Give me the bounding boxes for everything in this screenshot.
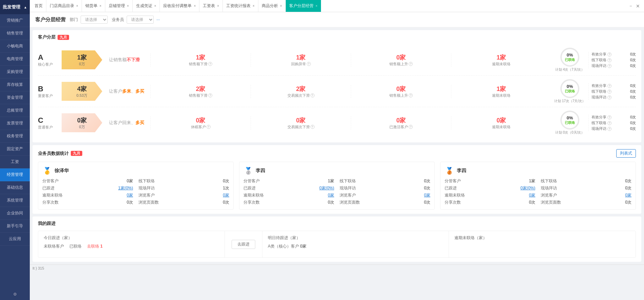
info-icon3[interactable]: ? [409,93,413,97]
window-close-icon[interactable]: ✕ [636,3,640,9]
biz-stat-val[interactable]: 0家 [424,192,430,198]
tab-close-1[interactable]: × [76,4,78,8]
sidebar-item-2[interactable]: 小畅电商 [0,40,30,53]
info-icon[interactable]: ? [208,62,212,66]
tier-stat-salesdown-C[interactable]: 0家 休眠客户 ? [150,116,251,130]
tier-stat-salesdown-num: 1家 [196,53,205,62]
info-icon3[interactable]: ? [409,62,413,66]
biz-stat-row: 分管客户 1家 [445,178,535,184]
tier-stat-salesup-B[interactable]: 0家 销售额上升 ? [351,85,451,98]
window-minimize-icon[interactable]: － [628,3,633,9]
biz-stat-val[interactable]: 0家(0%) [319,185,334,191]
sidebar-item-17[interactable]: 云应用 [0,233,30,246]
sidebar-item-5[interactable]: 库存核算 [0,78,30,91]
tab-close-2[interactable]: × [100,4,102,8]
info-icon2[interactable]: ? [307,62,311,66]
info-side-icon[interactable]: ? [607,121,611,125]
tier-stat-overdue-B[interactable]: 1家 逾期未联络 [451,85,551,98]
followup-grid: 今日跟进（家） 未联络客户 已联络 去联络 1 去跟进 明日待跟进（家） A类（… [38,231,636,258]
info-icon2[interactable]: ? [310,125,315,129]
staff-select[interactable]: 请选择 [127,16,154,24]
tab-close-3[interactable]: × [127,4,129,8]
tier-stat-repurchase-A[interactable]: 1家 回购异常 ? [251,53,351,67]
tab-2[interactable]: 销货单× [82,0,105,12]
sidebar-item-6[interactable]: 资金管理 [0,91,30,104]
medal-icon-1: 🥈 [243,166,253,176]
sidebar-item-15[interactable]: 企业协同 [0,207,30,220]
info-icon2[interactable]: ? [310,93,315,97]
tier-stat-salesup-label: 销售额上升 ? [389,62,413,67]
sidebar-item-1[interactable]: 销售管理 [0,27,30,40]
biz-stat-val[interactable]: 0家(0%) [520,185,535,191]
biz-stat-val[interactable]: 1家(0%) [118,185,133,191]
sidebar-item-10[interactable]: 固定资产 [0,143,30,156]
circle-plan: 计划 17次（7天/次） [554,99,585,103]
tab-7[interactable]: 工资统计报表× [223,0,258,12]
tab-8[interactable]: 商品分析× [258,0,286,12]
sidebar-item-3[interactable]: 电商管理 [0,53,30,66]
tier-stat-overdue-A[interactable]: 1家 逾期未联络 [451,53,551,67]
tier-stat-overdue-C[interactable]: 0家 逾期未联络 [451,116,551,130]
biz-stat-val[interactable]: 0家 [625,192,631,198]
tab-6[interactable]: 工资表× [199,0,223,12]
sidebar-item-14[interactable]: 系统管理 [0,194,30,207]
tier-stat-salesdown-B[interactable]: 2家 销售额下滑 ? [150,85,251,98]
side-stat-label: 现场拜访 ? [592,126,611,131]
biz-stat-val[interactable]: 0家 [529,192,535,198]
info-icon[interactable]: ? [208,93,212,97]
info-side-icon[interactable]: ? [607,90,611,94]
tier-stat-salesdown-A[interactable]: 1家 销售额下滑 ? [150,53,251,67]
tab-close-5[interactable]: × [194,4,196,8]
tab-9[interactable]: 客户分层经营× [286,0,321,12]
tab-close-9[interactable]: × [316,4,318,8]
tab-5[interactable]: 应收应付调整单× [160,0,199,12]
sidebar-item-11[interactable]: 工资 [0,156,30,168]
info-side-icon[interactable]: ? [607,58,611,62]
tier-stat-repurchase-B[interactable]: 2家 交易频次下滑 ? [251,85,351,98]
info-side-icon[interactable]: ? [607,127,611,131]
dept-select[interactable]: 请选择 [81,16,108,24]
info-side-icon[interactable]: ? [607,115,611,119]
sidebar-settings[interactable]: ⚙ [0,289,30,300]
info-side-icon[interactable]: ? [607,84,611,88]
biz-stat-val[interactable]: 0家 [223,192,229,198]
biz-stat-val: 0次 [328,200,334,205]
tab-close-6[interactable]: × [217,4,219,8]
sidebar-item-8[interactable]: 发票管理 [0,117,30,130]
info-icon[interactable]: ? [207,125,211,129]
tab-close-4[interactable]: × [154,4,156,8]
biz-stat-val[interactable]: 0家 [328,192,334,198]
tier-stat-salesup-C[interactable]: 0家 已激活客户 ? [351,116,451,130]
medal-icon-0: 🥇 [42,166,52,176]
tab-0[interactable]: 首页 [31,0,46,12]
tab-close-7[interactable]: × [253,4,255,8]
tier-count-area-C: 0家 0万 [62,113,102,132]
info-side-icon[interactable]: ? [607,52,611,56]
tab-label-6: 工资表 [203,3,215,9]
sidebar-item-9[interactable]: 税务管理 [0,130,30,143]
list-view-button[interactable]: 列表式 [616,149,636,158]
info-icon3[interactable]: ? [409,125,413,129]
sidebar-item-0[interactable]: 营销推广 [0,14,30,27]
biz-stat-val[interactable]: 0家 [127,192,133,198]
sidebar-item-16[interactable]: 新手引导 [0,220,30,233]
tab-4[interactable]: 生成凭证× [133,0,160,12]
info-side-icon[interactable]: ? [607,64,611,68]
sidebar-item-7[interactable]: 总账管理 [0,104,30,117]
sidebar-item-4[interactable]: 采购管理 [0,66,30,78]
tab-close-8[interactable]: × [280,4,282,8]
tab-1[interactable]: 门店商品目录× [46,0,82,12]
biz-stat-row: 分管客户 0家 [42,178,133,184]
customer-tier-section: 客户分层 九月 A 核心客户 1家 0万 让销售额不下滑 1家 销售额下滑 ? … [33,30,641,142]
tier-stat-repurchase-C[interactable]: 0家 交易频次下滑 ? [251,116,351,130]
tab-3[interactable]: 店铺管理× [105,0,133,12]
sidebar-header[interactable]: 批发管理 ▲ [0,0,30,14]
sidebar-item-12[interactable]: 经营管理 [0,168,30,181]
biz-title-group: 业务员数据统计 九月 [38,151,82,157]
goto-followup-button[interactable]: 去跟进 [232,240,255,249]
side-stat-val: 0次 [630,95,636,100]
tier-stat-salesup-A[interactable]: 0家 销售额上升 ? [351,53,451,67]
info-side-icon[interactable]: ? [607,95,611,99]
sidebar-item-13[interactable]: 基础信息 [0,181,30,194]
filter-more-icon[interactable]: ··· [156,17,160,22]
